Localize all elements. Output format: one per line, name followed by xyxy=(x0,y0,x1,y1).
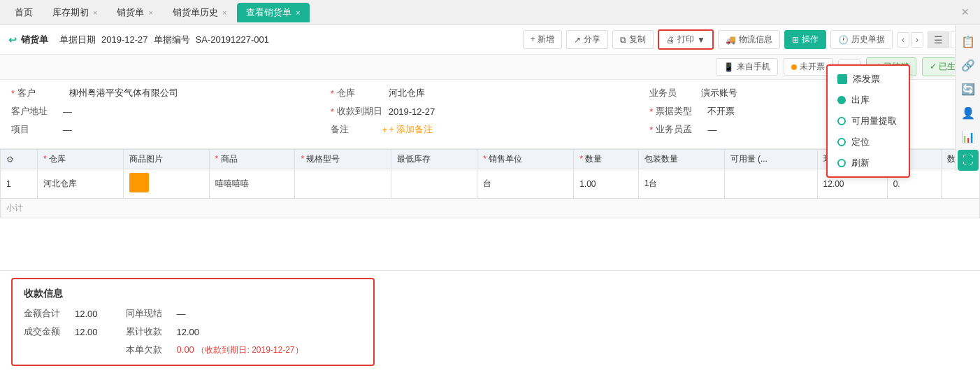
col-quantity: * 数量 xyxy=(574,150,639,169)
tab-inventory-close[interactable]: × xyxy=(93,8,97,17)
print-button[interactable]: 🖨 打印 ▼ xyxy=(658,29,714,50)
doc-date-value: 2019-12-27 xyxy=(101,34,148,45)
same-order-value: — xyxy=(177,309,186,319)
add-invoice-item[interactable]: 添发票 xyxy=(828,69,909,90)
new-button[interactable]: + 新增 xyxy=(523,30,562,49)
tab-view-sales-close[interactable]: × xyxy=(296,8,300,17)
tab-sales-history-label: 销货单历史 xyxy=(173,6,218,19)
logistics-label: 物流信息 xyxy=(739,34,772,45)
available-extract-label: 可用量提取 xyxy=(851,115,897,127)
settings-icon[interactable]: ⚙ xyxy=(6,155,14,164)
sidebar-icon-user[interactable]: 👤 xyxy=(958,102,979,123)
amount-total-row: 金额合计 12.00 xyxy=(24,307,98,320)
tab-sales-history[interactable]: 销货单历史 × xyxy=(164,3,236,22)
tab-sales-history-close[interactable]: × xyxy=(222,8,226,17)
locate-icon xyxy=(837,138,846,146)
prev-button[interactable]: ‹ xyxy=(897,32,909,48)
refresh-icon xyxy=(837,159,846,167)
window-close-button[interactable]: × xyxy=(956,5,974,20)
col-min-stock: 最低库存 xyxy=(391,150,477,169)
new-label: + 新增 xyxy=(531,34,554,45)
salesperson2-field: * 业务员孟 — xyxy=(649,123,969,136)
same-order-row: 同单现结 — xyxy=(126,307,303,320)
copy-button[interactable]: ⧉ 复制 xyxy=(612,30,654,49)
operate-icon: ⊞ xyxy=(792,35,799,45)
payment-info-panel: 收款信息 金额合计 12.00 成交金额 12.00 xyxy=(11,278,375,366)
warehouse-field: * 仓库 河北仓库 xyxy=(331,87,650,99)
due-date-required: * xyxy=(331,106,334,117)
warehouse-out-item[interactable]: 出库 xyxy=(828,90,909,111)
operate-button[interactable]: ⊞ 操作 xyxy=(784,30,826,49)
sidebar-icon-refresh[interactable]: 🔄 xyxy=(958,78,979,99)
history-icon: 🕐 xyxy=(838,35,849,45)
current-due-hint: （收款到期日: 2019-12-27） xyxy=(196,345,303,355)
not-open-button[interactable]: 未开票 xyxy=(784,58,833,76)
subtotal-row: 小计 xyxy=(1,199,980,218)
col-available: 可用量 (... xyxy=(724,150,817,169)
row-product: 嘻嘻嘻嘻 xyxy=(209,169,295,199)
locate-item[interactable]: 定位 xyxy=(828,132,909,153)
warehouse-required: * xyxy=(331,88,334,99)
row-available xyxy=(724,169,817,199)
payment-col-left: 金额合计 12.00 成交金额 12.00 xyxy=(24,307,98,356)
address-field: 客户地址 — xyxy=(11,105,331,118)
sidebar-icon-chart[interactable]: 📊 xyxy=(958,126,979,147)
form-row-2: 客户地址 — * 收款到期日 2019-12-27 * 票据类型 不开票 xyxy=(11,105,969,118)
doc-type-icon: ↩ xyxy=(8,34,17,45)
accumulated-value: 12.00 xyxy=(177,327,200,337)
form-row-1: * 客户 柳州粤港平安气体有限公司 * 仓库 河北仓库 业务员 演示账号 xyxy=(11,87,969,99)
due-date-label: 收款到期日 xyxy=(337,105,386,118)
tab-sales-close[interactable]: × xyxy=(148,8,152,17)
note-label: 备注 xyxy=(331,123,380,136)
warehouse-out-label: 出库 xyxy=(851,94,870,106)
current-due-value: 0.00 （收款到期日: 2019-12-27） xyxy=(177,344,303,356)
current-due-row: 本单欠款 0.00 （收款到期日: 2019-12-27） xyxy=(126,344,303,356)
amount-total-label: 金额合计 xyxy=(24,307,69,320)
add-note-button[interactable]: + + 添加备注 xyxy=(382,123,433,136)
customer-field: * 客户 柳州粤港平安气体有限公司 xyxy=(11,87,331,99)
doc-title: ↩ 销货单 xyxy=(8,34,48,46)
sidebar-icon-expand[interactable]: ⛶ xyxy=(958,150,979,171)
transaction-value: 12.00 xyxy=(75,327,98,337)
col-product: * 商品 xyxy=(209,150,295,169)
invoice-type-field: * 票据类型 不开票 xyxy=(649,105,969,118)
tab-sales-label: 销货单 xyxy=(117,6,144,19)
current-due-amount: 0.00 xyxy=(177,344,194,355)
available-extract-icon xyxy=(837,117,846,125)
row-warehouse: 河北仓库 xyxy=(37,169,123,199)
current-due-label: 本单欠款 xyxy=(126,344,171,356)
tab-sales-order[interactable]: 销货单 × xyxy=(108,3,161,22)
tab-bar: 首页 库存期初 × 销货单 × 销货单历史 × 查看销货单 × × xyxy=(0,0,980,25)
check-icon2: ✓ xyxy=(930,62,937,71)
warehouse-value: 河北仓库 xyxy=(389,87,425,99)
add-note-label: + 添加备注 xyxy=(389,123,433,136)
tab-home[interactable]: 首页 xyxy=(6,3,42,22)
invoice-type-value: 不开票 xyxy=(707,105,735,118)
doc-meta: 单据日期 2019-12-27 单据编号 SA-20191227-001 xyxy=(59,34,269,46)
operations-dropdown: 添发票 出库 可用量提取 定位 刷新 xyxy=(826,64,910,178)
available-extract-item[interactable]: 可用量提取 xyxy=(828,111,909,132)
invoice-type-label: 票据类型 xyxy=(656,105,705,118)
row-min-stock xyxy=(391,169,477,199)
tab-view-sales[interactable]: 查看销货单 × xyxy=(237,3,309,22)
from-phone-label: 来自手机 xyxy=(737,61,770,73)
history-button[interactable]: 🕐 历史单据 xyxy=(830,30,893,49)
sidebar-icon-doc[interactable]: 📋 xyxy=(958,31,979,52)
project-value: — xyxy=(63,125,72,135)
not-open-dot xyxy=(791,64,797,70)
sp2-required: * xyxy=(649,125,653,135)
logistics-button[interactable]: 🚚 物流信息 xyxy=(718,30,780,49)
list-view-button[interactable]: ☰ xyxy=(928,31,949,48)
from-phone-button[interactable]: 📱 来自手机 xyxy=(716,58,778,76)
doc-no-label: 单据编号 xyxy=(154,34,190,46)
add-note-icon: + xyxy=(382,125,388,135)
warehouse-label: 仓库 xyxy=(337,87,386,99)
tab-inventory-init[interactable]: 库存期初 × xyxy=(43,3,106,22)
refresh-item[interactable]: 刷新 xyxy=(828,153,909,174)
share-icon: ↗ xyxy=(574,35,581,45)
share-button[interactable]: ↗ 分享 xyxy=(566,30,608,49)
next-button[interactable]: › xyxy=(911,32,923,48)
sidebar-icon-link[interactable]: 🔗 xyxy=(958,55,979,76)
note-field: 备注 + + 添加备注 xyxy=(331,123,650,136)
doc-title-text: 销货单 xyxy=(21,34,48,46)
